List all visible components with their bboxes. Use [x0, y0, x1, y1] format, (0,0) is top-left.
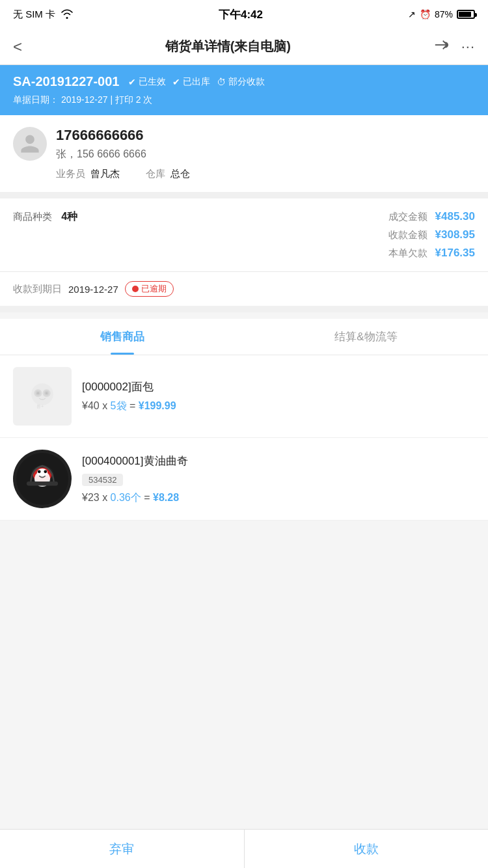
amount-label-3: 本单欠款 — [388, 247, 427, 260]
amount-label-2: 收款金额 — [388, 229, 427, 241]
tabs-section: 销售商品 结算&物流等 — [0, 319, 488, 355]
price-1: ¥40 — [82, 400, 100, 411]
product-info-2: [000400001]黄油曲奇 534532 ¥23 x 0.36个 = ¥8.… — [82, 454, 475, 505]
product-price-2: ¥23 x 0.36个 = ¥8.28 — [82, 491, 475, 505]
amount-row-3: 本单欠款 ¥176.35 — [388, 247, 475, 260]
due-date: 2019-12-27 — [68, 284, 118, 295]
divider-2 — [0, 306, 488, 312]
date-label: 单据日期： — [13, 94, 59, 105]
amount-value-1: ¥485.30 — [435, 210, 475, 223]
qty-1: 5袋 — [111, 400, 127, 411]
tab-settlement[interactable]: 结算&物流等 — [244, 319, 488, 355]
customer-phone: 张，156 6666 6666 — [56, 148, 475, 161]
qty-2: 0.36个 — [111, 492, 141, 503]
warehouse-item: 仓库 总仓 — [146, 168, 190, 180]
overdue-label: 已逾期 — [141, 283, 167, 295]
nav-bar: < 销货单详情(来自电脑) ··· — [0, 29, 488, 65]
total-1: ¥199.99 — [139, 400, 176, 411]
svg-point-6 — [46, 392, 48, 394]
svg-point-5 — [37, 392, 40, 394]
divider-1 — [0, 192, 488, 198]
bottom-spacer — [0, 521, 488, 566]
product-thumb-1: 兽+ — [13, 367, 72, 426]
location-icon: ↗ — [408, 9, 416, 20]
warehouse-label: 仓库 — [146, 168, 165, 180]
product-sku-2: 534532 — [82, 474, 123, 486]
product-list: 兽+ [0000002]面包 ¥40 x 5袋 = ¥199.99 — [0, 355, 488, 521]
order-date: 2019-12-27 — [61, 94, 108, 105]
warehouse-value: 总仓 — [170, 168, 190, 180]
overdue-dot — [132, 286, 139, 292]
badge-effective: ✔ 已生效 — [128, 76, 166, 88]
print-info: | 打印 2 次 — [110, 94, 152, 105]
cancel-button[interactable]: 弃审 — [0, 830, 245, 868]
product-thumb-2 — [13, 450, 72, 508]
product-price-1: ¥40 x 5袋 = ¥199.99 — [82, 400, 475, 413]
amount-row-1: 成交金额 ¥485.30 — [388, 210, 475, 223]
status-bar: 无 SIM 卡 下午4:42 ↗ ⏰ 87% — [0, 0, 488, 29]
alarm-icon: ⏰ — [420, 9, 431, 20]
svg-rect-15 — [27, 481, 58, 485]
product-types-value: 4种 — [61, 211, 77, 222]
amount-value-2: ¥308.95 — [435, 228, 475, 241]
summary-row: 商品种类 4种 成交金额 ¥485.30 收款金额 ¥308.95 本单欠款 ¥… — [13, 210, 475, 260]
svg-point-13 — [38, 470, 41, 473]
status-time: 下午4:42 — [219, 7, 263, 22]
due-label: 收款到期日 — [13, 283, 62, 295]
summary-section: 商品种类 4种 成交金额 ¥485.30 收款金额 ¥308.95 本单欠款 ¥… — [0, 198, 488, 271]
tab-sales-products[interactable]: 销售商品 — [0, 319, 244, 355]
carrier-label: 无 SIM 卡 — [13, 8, 55, 21]
tab-settlement-label: 结算&物流等 — [334, 331, 397, 343]
avatar — [13, 127, 47, 161]
wifi-icon — [61, 8, 74, 21]
battery-percent: 87% — [435, 9, 453, 20]
summary-left: 商品种类 4种 — [13, 210, 77, 224]
price-2: ¥23 — [82, 492, 100, 503]
order-header: SA-20191227-001 ✔ 已生效 ✔ 已出库 ⏱ 部分收款 单据日期：… — [0, 65, 488, 115]
back-button[interactable]: < — [13, 38, 22, 56]
order-id: SA-20191227-001 — [13, 74, 119, 89]
badge-partial: ⏱ 部分收款 — [217, 76, 265, 88]
order-date-row: 单据日期： 2019-12-27 | 打印 2 次 — [13, 94, 475, 106]
product-item: 兽+ [0000002]面包 ¥40 x 5袋 = ¥199.99 — [0, 355, 488, 438]
share-icon[interactable] — [434, 38, 448, 55]
page-title: 销货单详情(来自电脑) — [165, 38, 291, 55]
due-section: 收款到期日 2019-12-27 已逾期 — [0, 272, 488, 306]
salesperson-label: 业务员 — [56, 168, 85, 180]
product-name-1: [0000002]面包 — [82, 379, 475, 394]
product-item-2: [000400001]黄油曲奇 534532 ¥23 x 0.36个 = ¥8.… — [0, 438, 488, 521]
badge-shipped: ✔ 已出库 — [172, 76, 210, 88]
salesperson-item: 业务员 曾凡杰 — [56, 168, 120, 180]
more-icon[interactable]: ··· — [461, 38, 475, 55]
product-types-label: 商品种类 — [13, 211, 52, 222]
badges: ✔ 已生效 ✔ 已出库 ⏱ 部分收款 — [128, 76, 265, 88]
confirm-button[interactable]: 收款 — [245, 830, 489, 868]
product-info-1: [0000002]面包 ¥40 x 5袋 = ¥199.99 — [82, 379, 475, 413]
customer-name: 17666666666 — [56, 127, 475, 144]
customer-info: 17666666666 张，156 6666 6666 业务员 曾凡杰 仓库 总… — [56, 127, 475, 180]
salesperson-value: 曾凡杰 — [90, 168, 120, 180]
battery-icon — [457, 10, 475, 19]
product-name-2: [000400001]黄油曲奇 — [82, 454, 475, 468]
bottom-bar: 弃审 收款 — [0, 829, 488, 868]
overdue-badge: 已逾期 — [125, 281, 174, 297]
summary-right: 成交金额 ¥485.30 收款金额 ¥308.95 本单欠款 ¥176.35 — [388, 210, 475, 260]
svg-point-14 — [44, 470, 47, 473]
total-2: ¥8.28 — [153, 492, 179, 503]
amount-value-3: ¥176.35 — [435, 247, 475, 260]
amount-row-2: 收款金额 ¥308.95 — [388, 228, 475, 241]
customer-section: 17666666666 张，156 6666 6666 业务员 曾凡杰 仓库 总… — [0, 115, 488, 192]
tab-sales-products-label: 销售商品 — [100, 331, 144, 343]
svg-text:兽+: 兽+ — [36, 403, 44, 409]
customer-meta: 业务员 曾凡杰 仓库 总仓 — [56, 168, 475, 180]
amount-label-1: 成交金额 — [388, 211, 427, 223]
